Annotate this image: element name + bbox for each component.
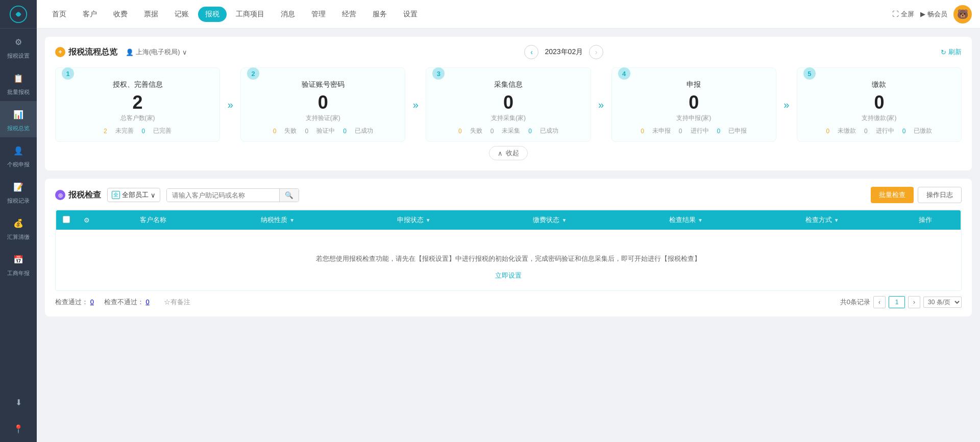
filter-check-result-icon[interactable]: ▼ bbox=[698, 217, 703, 223]
sidebar-item-location[interactable]: 📍 bbox=[0, 415, 37, 442]
stat-lbl-1-1: 已完善 bbox=[153, 127, 172, 135]
nav-clients[interactable]: 客户 bbox=[76, 7, 104, 22]
nav-home[interactable]: 首页 bbox=[45, 7, 74, 22]
collapse-row: ∧ 收起 bbox=[55, 142, 962, 162]
filter-check-method-icon[interactable]: ▼ bbox=[834, 217, 839, 223]
sidebar-item-download[interactable]: ⬇ bbox=[0, 389, 37, 415]
search-icon: 🔍 bbox=[285, 191, 293, 199]
tax-overview-icon: 📊 bbox=[10, 106, 27, 122]
sidebar-item-tax-records[interactable]: 📝 报税记录 bbox=[0, 174, 37, 210]
stat-val-1-0[interactable]: 2 bbox=[104, 128, 107, 135]
member-btn[interactable]: ▶ 畅会员 bbox=[920, 10, 947, 19]
step-number-4: 4 bbox=[618, 67, 630, 80]
next-month-btn[interactable]: › bbox=[589, 45, 603, 59]
stat-val-4-2[interactable]: 0 bbox=[717, 128, 721, 135]
collapse-btn[interactable]: ∧ 收起 bbox=[489, 146, 528, 160]
download-icon: ⬇ bbox=[10, 394, 27, 410]
th-checkbox bbox=[56, 210, 77, 230]
check-header-right: 批量检查 操作日志 bbox=[871, 187, 962, 203]
nav-fees[interactable]: 收费 bbox=[106, 7, 135, 22]
sidebar-item-tax-settings[interactable]: ⚙ 报税设置 bbox=[0, 29, 37, 65]
stat-lbl-2-1: 验证中 bbox=[316, 127, 335, 135]
sidebar-item-tax-overview[interactable]: 📊 报税总览 bbox=[0, 101, 37, 137]
flow-arrow-3: » bbox=[591, 67, 611, 142]
fail-label-text: 检查不通过： bbox=[104, 298, 144, 306]
sidebar-item-individual-report[interactable]: 👤 个税申报 bbox=[0, 137, 37, 174]
nav-settings[interactable]: 设置 bbox=[396, 7, 425, 22]
refresh-btn[interactable]: ↻ 刷新 bbox=[941, 47, 962, 57]
stat-lbl-2-2: 已成功 bbox=[355, 127, 373, 135]
nav-bookkeeping[interactable]: 记账 bbox=[167, 7, 196, 22]
stat-val-3-0[interactable]: 0 bbox=[458, 128, 462, 135]
step-stats-5: 0 未缴款 0 进行中 0 已缴款 bbox=[826, 127, 932, 135]
setup-link[interactable]: 立即设置 bbox=[495, 272, 522, 279]
per-page-select[interactable]: 30 条/页 bbox=[923, 297, 962, 308]
staff-label: 全部员工 bbox=[122, 190, 149, 200]
nav-operations[interactable]: 经营 bbox=[335, 7, 363, 22]
sidebar-label-tax-records: 报税记录 bbox=[7, 197, 30, 205]
sidebar-item-batch-tax[interactable]: 📋 批量报税 bbox=[0, 65, 37, 101]
filter-tax-type-icon[interactable]: ▼ bbox=[289, 217, 295, 223]
tax-records-icon: 📝 bbox=[10, 179, 27, 195]
settlement-icon: 💰 bbox=[10, 215, 27, 231]
step-stats-2: 0 失败 0 验证中 0 已成功 bbox=[273, 127, 373, 135]
staff-select[interactable]: 全 全部员工 ∨ bbox=[107, 188, 160, 202]
nav-service[interactable]: 服务 bbox=[365, 7, 394, 22]
stat-val-4-0[interactable]: 0 bbox=[641, 128, 644, 135]
sidebar-bottom: ⬇ 📍 bbox=[0, 389, 37, 442]
stat-val-5-2[interactable]: 0 bbox=[902, 128, 906, 135]
step-title-1: 授权、完善信息 bbox=[113, 80, 163, 89]
nav-business[interactable]: 工商项目 bbox=[229, 7, 272, 22]
pass-value[interactable]: 0 bbox=[90, 298, 94, 306]
prev-month-btn[interactable]: ‹ bbox=[524, 45, 538, 59]
sidebar-label-tax-overview: 报税总览 bbox=[7, 125, 30, 132]
nav-tax[interactable]: 报税 bbox=[198, 7, 227, 22]
stat-val-3-2[interactable]: 0 bbox=[528, 128, 532, 135]
filter-payment-status-icon[interactable]: ▼ bbox=[561, 217, 567, 223]
flow-arrow-1: » bbox=[220, 67, 240, 142]
stat-val-5-0[interactable]: 0 bbox=[826, 128, 829, 135]
sidebar-item-settlement[interactable]: 💰 汇算清缴 bbox=[0, 210, 37, 246]
fullscreen-btn[interactable]: ⛶ 全屏 bbox=[892, 10, 914, 19]
nav-management[interactable]: 管理 bbox=[304, 7, 333, 22]
stat-val-1-1[interactable]: 0 bbox=[142, 128, 145, 135]
sidebar-item-annual-report[interactable]: 📅 工商年报 bbox=[0, 246, 37, 282]
location-badge[interactable]: 👤 上海(电子税局) ∨ bbox=[126, 47, 187, 57]
search-button[interactable]: 🔍 bbox=[279, 189, 299, 202]
th-check-result-label: 检查结果 bbox=[669, 215, 696, 225]
top-nav: 首页 客户 收费 票据 记账 报税 工商项目 消息 管理 经营 服务 设置 ⛶ … bbox=[37, 0, 980, 29]
member-label: 畅会员 bbox=[927, 10, 947, 19]
table-header-row: ⚙ 客户名称 纳税性质 ▼ bbox=[56, 210, 961, 230]
filter-report-status-icon[interactable]: ▼ bbox=[426, 217, 431, 223]
flow-step-3: 3 采集信息 0 支持采集(家) 0 失败 0 未采集 0 已成功 bbox=[426, 67, 591, 142]
location-text: 上海(电子税局) bbox=[136, 47, 180, 57]
operation-log-btn[interactable]: 操作日志 bbox=[918, 187, 962, 203]
location-icon: 📍 bbox=[10, 421, 27, 437]
nav-messages[interactable]: 消息 bbox=[274, 7, 302, 22]
fail-value[interactable]: 0 bbox=[145, 298, 149, 306]
location-chevron-icon: ∨ bbox=[182, 48, 187, 56]
nav-invoices[interactable]: 票据 bbox=[137, 7, 165, 22]
next-page-btn[interactable]: › bbox=[908, 296, 920, 308]
search-input[interactable] bbox=[167, 189, 279, 202]
sidebar-label-annual-report: 工商年报 bbox=[7, 269, 30, 277]
step-count-3: 0 bbox=[503, 93, 513, 112]
user-avatar[interactable]: 🐻 bbox=[953, 5, 972, 23]
th-payment-status-container: 缴费状态 ▼ bbox=[486, 215, 614, 225]
batch-check-btn[interactable]: 批量检查 bbox=[871, 187, 914, 203]
flow-step-4: 4 申报 0 支持申报(家) 0 未申报 0 进行中 0 已申报 bbox=[611, 67, 776, 142]
th-operation-label: 操作 bbox=[919, 216, 932, 224]
prev-page-btn[interactable]: ‹ bbox=[873, 296, 886, 308]
collapse-up-icon: ∧ bbox=[498, 150, 503, 157]
settings-icon[interactable]: ⚙ bbox=[84, 216, 90, 224]
staff-icon: 全 bbox=[112, 191, 120, 199]
table-wrapper[interactable]: ⚙ 客户名称 纳税性质 ▼ bbox=[55, 209, 962, 291]
refresh-icon: ↻ bbox=[941, 48, 946, 56]
stat-lbl-3-0: 失败 bbox=[470, 127, 482, 135]
location-person-icon: 👤 bbox=[126, 48, 134, 56]
header-checkbox[interactable] bbox=[63, 216, 70, 223]
stat-val-2-0[interactable]: 0 bbox=[273, 128, 277, 135]
th-client-name: 客户名称 bbox=[97, 210, 210, 230]
stat-val-2-2[interactable]: 0 bbox=[343, 128, 347, 135]
th-payment-status: 缴费状态 ▼ bbox=[482, 210, 618, 230]
